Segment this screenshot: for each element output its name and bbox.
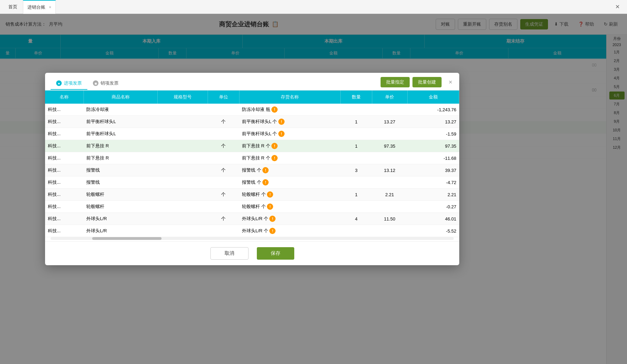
cell-spec xyxy=(157,104,208,116)
cell-inventory-name: 前下悬挂 R 个 ! xyxy=(239,140,341,152)
cell-name: 科技... xyxy=(45,225,84,237)
tab-active[interactable]: 进销台账 × xyxy=(23,0,56,14)
cell-product-name: 轮毂螺杆 xyxy=(84,189,157,201)
tab-home[interactable]: 首页 xyxy=(3,0,23,14)
cell-spec xyxy=(157,225,208,237)
cell-spec xyxy=(157,201,208,213)
th-name: 名称 xyxy=(45,90,84,104)
cancel-button[interactable]: 取消 xyxy=(210,247,249,260)
cell-inventory-name: 外球头L/R 个 ! xyxy=(239,225,341,237)
batch-assign-button[interactable]: 批量指定 xyxy=(381,77,410,87)
cell-inventory-name: 报警线 个 ! xyxy=(239,176,341,189)
th-price: 单价 xyxy=(372,90,407,104)
table-row: 科技... 外球头L/R 个 外球头L/R 个 ! 4 11.50 46.01 xyxy=(45,213,459,225)
cell-spec xyxy=(157,128,208,140)
cell-amount: 13.27 xyxy=(407,116,459,128)
cell-unit: 个 xyxy=(208,116,240,128)
save-button[interactable]: 保存 xyxy=(257,247,294,260)
cell-unit xyxy=(208,104,240,116)
cell-quantity: 4 xyxy=(341,213,372,225)
warning-icon: ! xyxy=(278,131,285,137)
cell-product-name: 前下悬挂 R xyxy=(84,140,157,152)
warning-icon: ! xyxy=(269,216,276,222)
th-spec: 规格型号 xyxy=(157,90,208,104)
cell-inventory-name: 轮毂螺杆 个 ! xyxy=(239,201,341,213)
dialog-table-body: 科技... 防冻冷却液 防冻冷却液 瓶 ! -1,243.76 科技... 前平… xyxy=(45,104,459,237)
cell-amount: 46.01 xyxy=(407,213,459,225)
dialog-footer: 取消 保存 xyxy=(45,241,459,265)
cell-name: 科技... xyxy=(45,104,84,116)
cell-unit xyxy=(208,128,240,140)
cell-inventory-name: 前下悬挂 R 个 ! xyxy=(239,152,341,164)
batch-create-button[interactable]: 批量创建 xyxy=(412,77,442,87)
cell-price xyxy=(372,128,407,140)
dialog-scrollbar[interactable] xyxy=(51,237,454,240)
cell-unit: 个 xyxy=(208,213,240,225)
cell-quantity xyxy=(341,201,372,213)
incoming-tab-icon: ● xyxy=(56,80,62,86)
cell-price xyxy=(372,201,407,213)
cell-price: 13.12 xyxy=(372,164,407,176)
cell-price xyxy=(372,176,407,189)
dialog-scrollbar-thumb xyxy=(92,237,162,240)
cell-quantity xyxy=(341,104,372,116)
warning-icon: ! xyxy=(269,228,276,234)
cell-price xyxy=(372,152,407,164)
cell-product-name: 外球头L/R xyxy=(84,225,157,237)
tab-outgoing-invoice[interactable]: ◉ 销项发票 xyxy=(87,77,124,90)
dialog: ● 进项发票 ◉ 销项发票 批量指定 批量创建 × 名称 商品名称 规格型号 xyxy=(45,73,459,265)
cell-name: 科技... xyxy=(45,128,84,140)
warning-icon: ! xyxy=(278,119,285,125)
th-product-name: 商品名称 xyxy=(84,90,157,104)
cell-inventory-name: 前平衡杆球头L 个 ! xyxy=(239,116,341,128)
cell-product-name: 前下悬挂 R xyxy=(84,152,157,164)
cell-unit xyxy=(208,152,240,164)
main-area: 销售成本计算方法： 月平均 商贸企业进销台账 📋 对账 重新开账 存货别名 生成… xyxy=(0,14,627,364)
cell-product-name: 防冻冷却液 xyxy=(84,104,157,116)
cell-spec xyxy=(157,152,208,164)
cell-quantity xyxy=(341,225,372,237)
cell-inventory-name: 防冻冷却液 瓶 ! xyxy=(239,104,341,116)
top-bar: 首页 进销台账 × ✕ xyxy=(0,0,627,14)
cell-spec xyxy=(157,189,208,201)
cell-amount: -0.27 xyxy=(407,201,459,213)
warning-icon: ! xyxy=(271,106,278,113)
cell-unit xyxy=(208,176,240,189)
cell-name: 科技... xyxy=(45,152,84,164)
cell-price xyxy=(372,104,407,116)
dialog-close-button[interactable]: × xyxy=(447,79,454,86)
outgoing-tab-label: 销项发票 xyxy=(101,80,119,86)
cell-name: 科技... xyxy=(45,176,84,189)
table-row: 科技... 轮毂螺杆 个 轮毂螺杆 个 ! 1 2.21 2.21 xyxy=(45,189,459,201)
cell-product-name: 前平衡杆球头L xyxy=(84,128,157,140)
warning-icon: ! xyxy=(262,179,269,185)
window-close-button[interactable]: ✕ xyxy=(610,0,624,14)
incoming-tab-label: 进项发票 xyxy=(64,80,82,86)
table-row: 科技... 外球头L/R 外球头L/R 个 ! -5.52 xyxy=(45,225,459,237)
cell-unit xyxy=(208,225,240,237)
dialog-table: 名称 商品名称 规格型号 单位 存货名称 数量 单价 金额 科技... 防冻冷却… xyxy=(45,90,459,237)
dialog-header: ● 进项发票 ◉ 销项发票 批量指定 批量创建 × xyxy=(45,73,459,90)
cell-name: 科技... xyxy=(45,213,84,225)
cell-quantity xyxy=(341,152,372,164)
cell-inventory-name: 报警线 个 ! xyxy=(239,164,341,176)
tab-close-icon[interactable]: × xyxy=(49,1,51,14)
table-row: 科技... 前平衡杆球头L 前平衡杆球头L 个 ! -1.59 xyxy=(45,128,459,140)
cell-quantity: 3 xyxy=(341,164,372,176)
table-row: 科技... 前下悬挂 R 个 前下悬挂 R 个 ! 1 97.35 97.35 xyxy=(45,140,459,152)
cell-unit: 个 xyxy=(208,164,240,176)
table-row: 科技... 前平衡杆球头L 个 前平衡杆球头L 个 ! 1 13.27 13.2… xyxy=(45,116,459,128)
cell-spec xyxy=(157,213,208,225)
cell-amount: 2.21 xyxy=(407,189,459,201)
table-row: 科技... 报警线 报警线 个 ! -4.72 xyxy=(45,176,459,189)
warning-icon: ! xyxy=(262,167,269,173)
cell-price: 97.35 xyxy=(372,140,407,152)
cell-unit: 个 xyxy=(208,189,240,201)
th-amount: 金额 xyxy=(407,90,459,104)
tab-incoming-invoice[interactable]: ● 进项发票 xyxy=(51,77,87,90)
cell-name: 科技... xyxy=(45,116,84,128)
table-row: 科技... 报警线 个 报警线 个 ! 3 13.12 39.37 xyxy=(45,164,459,176)
th-unit: 单位 xyxy=(208,90,240,104)
cell-name: 科技... xyxy=(45,164,84,176)
th-inventory-name: 存货名称 xyxy=(239,90,341,104)
